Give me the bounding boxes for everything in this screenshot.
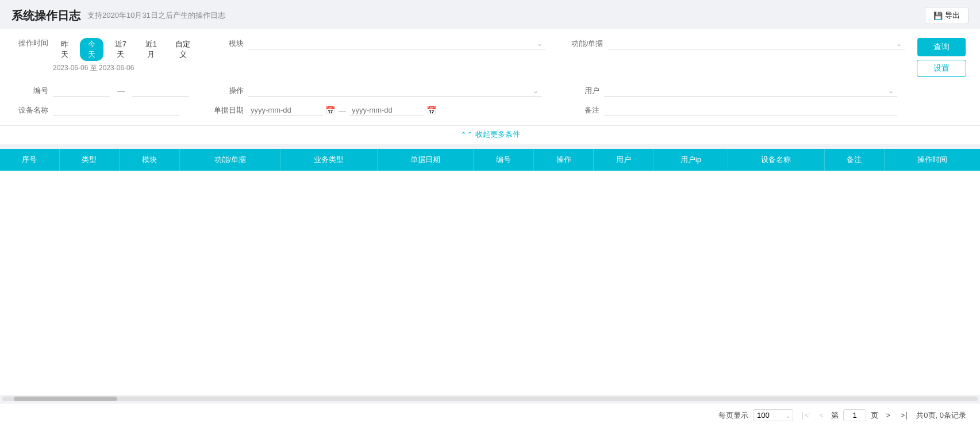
query-button[interactable]: 查询 <box>917 38 966 56</box>
time-btn-yesterday[interactable]: 昨天 <box>53 38 76 61</box>
user-input[interactable] <box>604 85 898 97</box>
collapse-label: 收起更多条件 <box>475 129 520 140</box>
calendar-to-icon[interactable]: 📅 <box>426 106 436 115</box>
number-dash: — <box>117 87 125 95</box>
page-number-input[interactable] <box>843 409 866 421</box>
time-btn-7days[interactable]: 近7天 <box>107 38 134 61</box>
time-btn-today[interactable]: 今天 <box>80 38 103 61</box>
function-input[interactable] <box>608 38 906 49</box>
page-next-button[interactable]: > <box>883 410 893 421</box>
export-icon: 💾 <box>933 11 943 20</box>
remark-input[interactable] <box>604 105 898 116</box>
col-op-time: 操作时间 <box>884 149 980 171</box>
col-user: 用户 <box>594 149 654 171</box>
time-btn-1month[interactable]: 近1月 <box>137 38 164 61</box>
calendar-from-icon[interactable]: 📅 <box>325 106 335 115</box>
page-prev-button[interactable]: < <box>817 410 827 421</box>
page-first-button[interactable]: ∣< <box>798 410 812 421</box>
horizontal-scrollbar[interactable] <box>0 395 980 403</box>
col-seq: 序号 <box>0 149 59 171</box>
number-label: 编号 <box>14 86 48 96</box>
col-module: 模块 <box>120 149 179 171</box>
pagination-bar: 每页显示 100 50 200 ⌄ ∣< < 第 页 > >∣ 共0页, 0条记… <box>0 403 980 427</box>
function-label: 功能/单据 <box>569 39 604 49</box>
col-function: 功能/单据 <box>179 149 280 171</box>
page-label: 第 <box>831 410 839 421</box>
device-input[interactable] <box>53 105 179 116</box>
time-label: 操作时间 <box>14 38 48 48</box>
number-to-input[interactable] <box>132 85 189 97</box>
date-to-input[interactable] <box>349 105 424 116</box>
doc-date-label: 单据日期 <box>209 105 244 116</box>
date-from-input[interactable] <box>248 105 323 116</box>
export-button[interactable]: 💾 导出 <box>925 7 969 24</box>
date-dash: — <box>339 106 346 115</box>
col-biz-type: 业务类型 <box>281 149 378 171</box>
col-user-ip: 用户ip <box>654 149 728 171</box>
device-label: 设备名称 <box>14 105 48 116</box>
col-number: 编号 <box>474 149 533 171</box>
page-size-select[interactable]: 100 50 200 <box>753 409 793 421</box>
export-label: 导出 <box>945 10 960 21</box>
data-table: 序号 类型 模块 功能/单据 业务类型 单据日期 编号 操作 用户 用户ip 设… <box>0 149 980 171</box>
module-label: 模块 <box>209 39 244 49</box>
page-last-button[interactable]: >∣ <box>898 410 912 421</box>
collapse-button[interactable]: ⌃⌃ 收起更多条件 <box>460 129 520 140</box>
page-size-label: 每页显示 <box>718 410 748 421</box>
page-total: 共0页, 0条记录 <box>916 410 966 421</box>
time-btn-custom[interactable]: 自定义 <box>168 38 198 61</box>
collapse-up-icon: ⌃⌃ <box>460 130 473 139</box>
operation-input[interactable] <box>248 85 542 97</box>
page-unit: 页 <box>871 410 878 421</box>
col-remark: 备注 <box>824 149 884 171</box>
settings-button[interactable]: 设置 <box>917 60 966 77</box>
number-from-input[interactable] <box>53 85 110 97</box>
time-range-text: 2023-06-06 至 2023-06-06 <box>53 63 198 73</box>
user-label: 用户 <box>565 86 599 96</box>
empty-area <box>0 171 980 372</box>
col-operation: 操作 <box>533 149 593 171</box>
remark-label: 备注 <box>565 105 599 116</box>
col-doc-date: 单据日期 <box>377 149 474 171</box>
col-type: 类型 <box>59 149 119 171</box>
col-device: 设备名称 <box>728 149 824 171</box>
page-subtitle: 支持2020年10月31日之后产生的操作日志 <box>87 10 225 21</box>
page-title: 系统操作日志 <box>11 8 80 24</box>
operation-label: 操作 <box>209 86 244 96</box>
module-input[interactable] <box>248 38 546 49</box>
table-header-row: 序号 类型 模块 功能/单据 业务类型 单据日期 编号 操作 用户 用户ip 设… <box>0 149 980 171</box>
